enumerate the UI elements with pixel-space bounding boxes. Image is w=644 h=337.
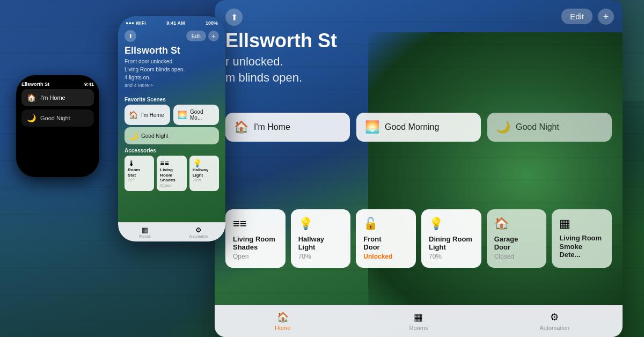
watch-time: 9:41 bbox=[84, 82, 94, 87]
tablet-subtitle: r unlocked. m blinds open. bbox=[225, 54, 612, 87]
watch-header: Ellsworth St 9:41 bbox=[21, 82, 94, 87]
navigation-icon[interactable]: ⬆ bbox=[225, 9, 243, 26]
good-morning-icon: 🌅 bbox=[365, 120, 379, 134]
tab-rooms[interactable]: ▦ Rooms bbox=[350, 308, 486, 334]
scene-card-good-night[interactable]: 🌙 Good Night bbox=[487, 113, 612, 142]
phone-night-icon: 🌙 bbox=[129, 131, 138, 140]
phone-shades-name: Living RoomShades bbox=[160, 167, 183, 183]
dining-light-icon: 💡 bbox=[429, 217, 474, 231]
phone: ●●● WiFi 9:41 AM 100% ⬆ Edit + Ellsworth… bbox=[118, 16, 225, 241]
accessory-garage-door[interactable]: 🏠 GarageDoor Closed bbox=[487, 209, 547, 268]
shades-name: Living RoomShades bbox=[233, 235, 278, 252]
home-scene-label: I'm Home bbox=[254, 122, 290, 132]
garage-name: GarageDoor bbox=[494, 235, 539, 252]
phone-nav-icon[interactable]: ⬆ bbox=[125, 30, 136, 42]
smoke-icon: ▦ bbox=[559, 217, 604, 231]
automation-tab-label: Automation bbox=[539, 325, 569, 331]
hallway-light-name: HallwayLight bbox=[298, 235, 343, 252]
front-door-name: FrontDoor bbox=[363, 235, 408, 252]
scene-card-good-morning[interactable]: 🌅 Good Morning bbox=[356, 113, 481, 142]
rooms-tab-label: Rooms bbox=[409, 325, 428, 331]
phone-scenes-label: Favorite Scenes bbox=[118, 92, 225, 105]
shades-icon: ≡≡ bbox=[233, 217, 278, 231]
phone-shades-icon: ≡≡ bbox=[160, 159, 183, 167]
home-tab-icon: 🏠 bbox=[277, 311, 289, 323]
phone-statusbar: ●●● WiFi 9:41 AM 100% bbox=[118, 16, 225, 28]
phone-rooms-icon: ▦ bbox=[142, 226, 148, 234]
tab-home[interactable]: 🏠 Home bbox=[215, 308, 350, 334]
phone-hallway-status: 70% bbox=[193, 178, 216, 182]
phone-home-scene-label: I'm Home bbox=[141, 112, 164, 118]
dining-light-status: 70% bbox=[429, 253, 474, 260]
rooms-tab-icon: ▦ bbox=[414, 311, 423, 323]
tablet-title: Ellsworth St bbox=[225, 30, 612, 52]
hallway-light-status: 70% bbox=[298, 253, 343, 260]
phone-time: 9:41 AM bbox=[166, 20, 185, 26]
phone-morning-label: Good Mo... bbox=[190, 109, 215, 121]
watch-home-icon: 🏠 bbox=[27, 93, 36, 102]
phone-hallway-icon: 💡 bbox=[193, 159, 216, 167]
phone-accessories-label: Accessories bbox=[118, 144, 225, 156]
accessory-front-door[interactable]: 🔓 FrontDoor Unlocked bbox=[356, 209, 416, 268]
phone-rooms-label: Rooms bbox=[139, 235, 151, 238]
phone-shades-status: Open bbox=[160, 183, 183, 188]
shades-status: Open bbox=[233, 253, 278, 260]
watch: Ellsworth St 9:41 🏠 I'm Home 🌙 Good Nigh… bbox=[16, 75, 99, 177]
phone-scene-im-home[interactable]: 🏠 I'm Home bbox=[125, 105, 170, 125]
tab-automation[interactable]: ⚙ Automation bbox=[487, 308, 623, 334]
watch-scene-night[interactable]: 🌙 Good Night bbox=[21, 109, 94, 127]
accessory-dining-room-light[interactable]: 💡 Dining RoomLight 70% bbox=[421, 209, 481, 268]
phone-scene-good-morning[interactable]: 🌅 Good Mo... bbox=[173, 105, 219, 125]
phone-tab-automation[interactable]: ⚙ Automation bbox=[172, 226, 225, 238]
watch-night-label: Good Night bbox=[40, 115, 70, 121]
phone-good-night-scene[interactable]: 🌙 Good Night bbox=[125, 127, 219, 144]
good-morning-label: Good Morning bbox=[385, 122, 439, 132]
phone-scenes: 🏠 I'm Home 🌅 Good Mo... bbox=[118, 105, 225, 125]
phone-morning-icon: 🌅 bbox=[178, 111, 187, 119]
phone-tab-rooms[interactable]: ▦ Rooms bbox=[118, 226, 172, 238]
phone-more-link[interactable]: and 4 More > bbox=[125, 83, 219, 88]
phone-plus-button[interactable]: + bbox=[208, 31, 219, 41]
accessory-hallway-light[interactable]: 💡 HallwayLight 70% bbox=[291, 209, 351, 268]
phone-hallway-name: HallwayLight bbox=[193, 167, 216, 178]
tablet-header: ⬆ Ellsworth St r unlocked. m blinds open… bbox=[215, 0, 623, 92]
phone-desc: Front door unlocked. Living Room blinds … bbox=[125, 57, 219, 82]
home-scene-icon: 🏠 bbox=[234, 120, 248, 134]
phone-accessories: 🌡 RoomStat 72° ≡≡ Living RoomShades Open… bbox=[118, 156, 225, 191]
tablet: ⬆ Ellsworth St r unlocked. m blinds open… bbox=[215, 0, 623, 337]
phone-nav-row: ⬆ Edit + bbox=[125, 30, 219, 42]
front-door-status: Unlocked bbox=[363, 253, 408, 260]
phone-accessory-shades[interactable]: ≡≡ Living RoomShades Open bbox=[157, 156, 186, 191]
phone-home-icon: 🏠 bbox=[129, 111, 138, 119]
scene-card-home[interactable]: 🏠 I'm Home bbox=[225, 113, 350, 142]
thermostat-icon: 🌡 bbox=[128, 159, 151, 167]
thermostat-status: 72° bbox=[128, 178, 151, 182]
thermostat-name: RoomStat bbox=[128, 167, 151, 178]
automation-tab-icon: ⚙ bbox=[550, 311, 559, 323]
watch-scene-home[interactable]: 🏠 I'm Home bbox=[21, 89, 94, 106]
phone-edit-button[interactable]: Edit bbox=[186, 31, 206, 41]
smoke-name: Living RoomSmoke Dete... bbox=[559, 234, 604, 259]
phone-title: Ellsworth St bbox=[125, 45, 219, 56]
tablet-bottombar: 🏠 Home ▦ Rooms ⚙ Automation bbox=[215, 305, 623, 337]
phone-automation-label: Automation bbox=[189, 235, 208, 238]
accessory-smoke-detector[interactable]: ▦ Living RoomSmoke Dete... bbox=[552, 209, 612, 268]
accessories-grid: ≡≡ Living RoomShades Open 💡 HallwayLight… bbox=[225, 209, 612, 268]
watch-location: Ellsworth St bbox=[21, 82, 49, 87]
hallway-light-icon: 💡 bbox=[298, 217, 343, 231]
phone-automation-icon: ⚙ bbox=[195, 226, 202, 234]
phone-bottombar: ▦ Rooms ⚙ Automation bbox=[118, 222, 225, 241]
watch-screen: Ellsworth St 9:41 🏠 I'm Home 🌙 Good Nigh… bbox=[16, 75, 99, 177]
phone-night-label: Good Night bbox=[141, 133, 169, 139]
phone-accessory-hallway[interactable]: 💡 HallwayLight 70% bbox=[189, 156, 219, 191]
phone-header: ⬆ Edit + Ellsworth St Front door unlocke… bbox=[118, 28, 225, 92]
garage-status: Closed bbox=[494, 253, 539, 260]
accessory-living-room-shades[interactable]: ≡≡ Living RoomShades Open bbox=[225, 209, 286, 268]
phone-accessory-thermostat[interactable]: 🌡 RoomStat 72° bbox=[125, 156, 154, 191]
watch-home-label: I'm Home bbox=[40, 94, 65, 101]
phone-battery: 100% bbox=[206, 20, 218, 26]
dining-light-name: Dining RoomLight bbox=[429, 235, 474, 252]
good-night-icon: 🌙 bbox=[496, 120, 510, 134]
tablet-screen: ⬆ Ellsworth St r unlocked. m blinds open… bbox=[215, 0, 623, 337]
garage-icon: 🏠 bbox=[494, 217, 539, 231]
